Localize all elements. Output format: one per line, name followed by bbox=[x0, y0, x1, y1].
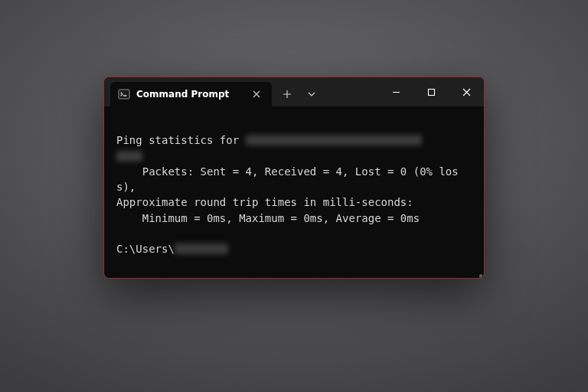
tab-title: Command Prompt bbox=[136, 89, 229, 100]
redacted-ip-cont bbox=[116, 151, 142, 162]
scrollbar-thumb[interactable] bbox=[479, 274, 482, 279]
tab-command-prompt[interactable]: Command Prompt bbox=[110, 82, 272, 106]
tab-close-button[interactable] bbox=[249, 87, 264, 102]
terminal-window: Command Prompt Ping statisti bbox=[103, 77, 485, 279]
redacted-ip bbox=[246, 135, 422, 145]
svg-rect-3 bbox=[428, 89, 434, 95]
text: Ping statistics for bbox=[116, 134, 246, 146]
redacted-username bbox=[175, 243, 228, 254]
maximize-button[interactable] bbox=[413, 77, 449, 106]
terminal-output[interactable]: Ping statistics for Packets: Sent = 4, R… bbox=[104, 106, 484, 279]
minimize-button[interactable] bbox=[378, 77, 413, 106]
output-line-stats: Ping statistics for bbox=[116, 134, 422, 146]
new-tab-button[interactable] bbox=[276, 83, 298, 105]
close-button[interactable] bbox=[449, 77, 484, 106]
prompt-prefix: C:\Users\ bbox=[116, 243, 175, 255]
output-line-rtt-values: Minimum = 0ms, Maximum = 0ms, Average = … bbox=[116, 212, 420, 224]
terminal-icon bbox=[118, 88, 130, 100]
titlebar: Command Prompt bbox=[104, 77, 484, 106]
output-line-packets: Packets: Sent = 4, Received = 4, Lost = … bbox=[116, 165, 459, 193]
window-controls bbox=[378, 77, 484, 106]
tab-strip-actions bbox=[276, 82, 322, 106]
tab-dropdown-button[interactable] bbox=[301, 83, 322, 105]
output-line-rtt-header: Approximate round trip times in milli-se… bbox=[116, 196, 413, 208]
prompt-line: C:\Users\ bbox=[116, 243, 228, 255]
svg-rect-0 bbox=[119, 90, 129, 99]
